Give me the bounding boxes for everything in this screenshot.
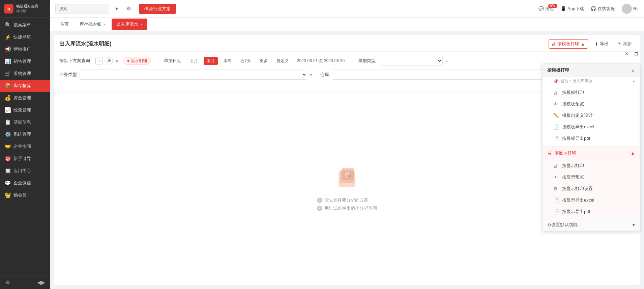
topbar-settings-icon[interactable]: ⚙ bbox=[124, 4, 134, 14]
tab-inventory-close[interactable]: × bbox=[140, 22, 142, 26]
date-btn-this-month[interactable]: 本月 bbox=[204, 57, 218, 65]
page-title: 出入库流水(流水明细) bbox=[59, 41, 112, 48]
display-print-btn[interactable]: 🖨 按显示打印 bbox=[543, 160, 640, 172]
dropdown-title: 按模板打印 bbox=[547, 67, 569, 73]
date-btn-7days[interactable]: 近7天 bbox=[237, 57, 254, 65]
filter-tag[interactable]: ● 流水明细 bbox=[123, 57, 151, 65]
sidebar-item-purchase[interactable]: 🛒 采购管理 bbox=[0, 68, 50, 80]
sidebar-item-search[interactable]: 🔍 搜索菜单 bbox=[0, 19, 50, 31]
tip-text-1: 请先选择要分析的方案 bbox=[324, 197, 368, 203]
tab-batch-close[interactable]: × bbox=[104, 22, 106, 26]
app-download-btn[interactable]: 📱 App下载 bbox=[561, 6, 584, 12]
filter-scheme-label: 按以下方案查询 bbox=[59, 58, 90, 64]
sidebar-item-wechat[interactable]: 💬 企业微信 bbox=[0, 177, 50, 189]
dropdown-footer-settings[interactable]: ⚙ 设置默认功能 ▾ bbox=[543, 219, 640, 231]
date-btn-last-month[interactable]: 上月 bbox=[187, 57, 201, 65]
trial-button[interactable]: 体验行业方案 bbox=[139, 4, 176, 14]
sidebar: b 畅捷通好生意 标准版 🔍 搜索菜单 ⚡ 快捷导航 📢 营销推广 📊 销售管理… bbox=[0, 0, 50, 289]
warehouse-select[interactable] bbox=[332, 70, 567, 80]
display-print-settings-btn[interactable]: ⚙ 按显示打印设置 bbox=[543, 183, 640, 194]
template-print-icon: 🖨 bbox=[553, 90, 559, 95]
doc-type-more-icon[interactable]: ··· bbox=[445, 58, 448, 63]
online-service-btn[interactable]: 🎧 在线客服 bbox=[591, 6, 615, 12]
page-header: 出入库流水(流水明细) 🖨 按模板打印 ▲ ⬆ 导出 ↻ 刷新 bbox=[54, 35, 640, 52]
online-service-label: 在线客服 bbox=[597, 6, 615, 12]
member-icon: 👑 bbox=[5, 192, 11, 198]
current-arrow: ▾ bbox=[633, 79, 635, 84]
sidebar-item-marketing-label: 营销推广 bbox=[13, 46, 45, 52]
date-btn-this-year[interactable]: 本年 bbox=[221, 57, 235, 65]
display-print-section-header[interactable]: 🖨 按显示打印 ▲ bbox=[543, 147, 640, 159]
tab-batch-account[interactable]: 库存批次账 × bbox=[75, 19, 110, 30]
template-preview-btn[interactable]: 👁 按模板预览 bbox=[543, 98, 640, 110]
display-export-excel-btn[interactable]: 📄 按显示导出excel bbox=[543, 194, 640, 206]
date-range-display: 2023-06-01 至 2023-06-30 bbox=[297, 58, 345, 64]
empty-tip-2: 2 用过滤条件来缩小分析范围 bbox=[317, 205, 377, 211]
quick-nav-icon: ⚡ bbox=[5, 34, 11, 40]
sidebar-collapse-icon[interactable]: ◀▶ bbox=[37, 279, 45, 286]
topbar-right: 💬 消息 99+ 📱 App下载 🎧 在线客服 Rit bbox=[538, 4, 639, 14]
sidebar-item-finance-label: 资金管理 bbox=[13, 95, 45, 101]
sidebar-item-basic[interactable]: 📋 基础信息 bbox=[0, 116, 50, 128]
sidebar-item-system[interactable]: ⚙️ 系统管理 bbox=[0, 128, 50, 140]
sidebar-item-quick-nav[interactable]: ⚡ 快捷导航 bbox=[0, 31, 50, 43]
display-print-label: 按显示打印 bbox=[562, 163, 584, 169]
print-template-btn[interactable]: 🖨 按模板打印 ▲ bbox=[549, 39, 588, 49]
refresh-icon: ↻ bbox=[618, 42, 622, 47]
date-btn-custom[interactable]: 自定义 bbox=[273, 57, 292, 65]
warehouse-label: 仓库 bbox=[320, 72, 329, 78]
sidebar-item-member[interactable]: 👑 畅会员 bbox=[0, 189, 50, 201]
template-pdf-icon: 📄 bbox=[553, 136, 559, 141]
topbar-dropdown-icon[interactable]: ▾ bbox=[112, 4, 121, 14]
doc-type-select[interactable] bbox=[381, 56, 443, 66]
sidebar-item-sales[interactable]: 📊 销售管理 bbox=[0, 55, 50, 68]
template-export-pdf-btn[interactable]: 📄 按模板导出pdf bbox=[543, 133, 640, 144]
business-type-field: 业务类型 ▾ bbox=[59, 70, 312, 80]
sidebar-item-member-label: 畅会员 bbox=[13, 192, 45, 198]
sidebar-item-sales-label: 销售管理 bbox=[13, 58, 45, 64]
close-window-btn[interactable]: ✕ bbox=[623, 50, 631, 57]
dropdown-divider bbox=[543, 146, 640, 147]
tab-home[interactable]: 首页 bbox=[55, 19, 74, 30]
export-btn[interactable]: ⬆ 导出 bbox=[592, 40, 611, 48]
sidebar-item-collab[interactable]: 🤝 企业协同 bbox=[0, 140, 50, 153]
settings-gear-icon[interactable]: ⚙ bbox=[5, 279, 11, 286]
filter-collapse-icon[interactable]: « bbox=[116, 58, 118, 63]
user-menu[interactable]: Rit bbox=[622, 4, 639, 14]
sidebar-item-finance[interactable]: 💰 资金管理 bbox=[0, 92, 50, 104]
printer-icon: 🖨 bbox=[552, 42, 556, 47]
filter-add-btn[interactable]: + bbox=[95, 57, 103, 64]
warehouse-field: 仓库 ··· bbox=[320, 70, 573, 80]
dropdown-up-arrow[interactable]: ▲ bbox=[631, 68, 635, 73]
main-area: ▾ ⚙ 体验行业方案 💬 消息 99+ 📱 App下载 🎧 在线客服 Rit bbox=[50, 0, 644, 289]
search-icon: 🔍 bbox=[5, 22, 11, 28]
template-print-btn[interactable]: 🖨 按模板打印 bbox=[543, 87, 640, 98]
business-type-label: 业务类型 bbox=[59, 72, 77, 78]
display-section-arrow[interactable]: ▲ bbox=[631, 151, 635, 156]
sidebar-item-operation[interactable]: 📈 经营管理 bbox=[0, 104, 50, 116]
search-input[interactable] bbox=[55, 4, 109, 14]
display-preview-btn[interactable]: 👁 按显示预览 bbox=[543, 172, 640, 183]
sidebar-item-inventory[interactable]: 📦 库存核算 bbox=[0, 80, 50, 92]
display-excel-icon: 📄 bbox=[553, 198, 559, 203]
display-export-pdf-btn[interactable]: 📄 按显示导出pdf bbox=[543, 206, 640, 217]
inventory-icon: 📦 bbox=[5, 83, 11, 89]
refresh-btn[interactable]: ↻ 刷新 bbox=[615, 40, 635, 48]
business-type-select[interactable] bbox=[80, 70, 307, 80]
display-section-toggle[interactable]: 🖨 按显示打印 ▲ bbox=[543, 147, 640, 159]
current-text: 当前：出入库流水 bbox=[560, 78, 593, 84]
sidebar-item-wechat-label: 企业微信 bbox=[13, 180, 45, 186]
sidebar-item-apps[interactable]: 🔲 应用中心 bbox=[0, 165, 50, 177]
collab-icon: 🤝 bbox=[5, 143, 11, 150]
template-design-btn[interactable]: ✏️ 模板自定义设计 bbox=[543, 110, 640, 121]
filter-settings-btn[interactable]: ⚙ bbox=[106, 57, 113, 64]
messages-btn[interactable]: 💬 消息 99+ bbox=[538, 6, 554, 12]
user-name: Rit bbox=[633, 6, 639, 11]
date-btn-more[interactable]: 更多 bbox=[257, 57, 271, 65]
sidebar-item-guide[interactable]: 🎯 新手引导 bbox=[0, 153, 50, 165]
sidebar-item-marketing[interactable]: 📢 营销推广 bbox=[0, 43, 50, 55]
tab-inventory-flow[interactable]: 出入库流水 × bbox=[112, 19, 147, 30]
template-export-excel-btn[interactable]: 📄 按模板导出excel bbox=[543, 121, 640, 133]
template-export-pdf-label: 按模板导出pdf bbox=[562, 135, 590, 141]
maximize-window-btn[interactable]: ⊡ bbox=[633, 50, 640, 57]
